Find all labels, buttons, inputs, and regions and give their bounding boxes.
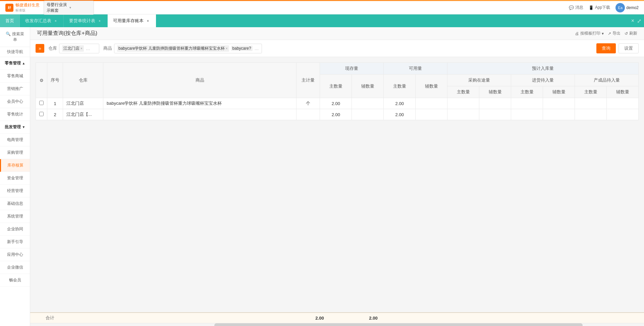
sidebar-item-wholesale-mgmt[interactable]: 批发管理 ▼ bbox=[0, 121, 30, 134]
row-purchase-in-sub bbox=[543, 109, 575, 120]
tab-receive-close[interactable]: × bbox=[53, 18, 58, 23]
row-product-main bbox=[575, 98, 607, 109]
sidebar-item-marketing[interactable]: 营销推广 bbox=[0, 83, 30, 95]
sidebar-item-system[interactable]: 系统管理 bbox=[0, 210, 30, 223]
sidebar-item-retail-mgmt[interactable]: 零售管理 ▲ bbox=[0, 57, 30, 70]
product-tag-1-remove[interactable]: × bbox=[226, 47, 228, 50]
row-product: babycare学饮杯 儿童防摔防撞吸管杯重力球吸嘴杯宝宝水杯 bbox=[103, 98, 297, 109]
sidebar-item-finance-label: 资金管理 bbox=[7, 175, 23, 181]
col-purchase-transit-sub: 辅数量 bbox=[479, 86, 511, 98]
row-checkbox[interactable] bbox=[36, 98, 47, 109]
sidebar-item-retail-stats-label: 零售统计 bbox=[7, 111, 23, 117]
tab-home[interactable]: 首页 bbox=[0, 14, 20, 27]
store-selector[interactable]: 母婴行业演示账套 ▾ bbox=[44, 1, 94, 15]
row-available-main: 2.00 bbox=[384, 109, 416, 120]
query-btn[interactable]: 查询 bbox=[596, 43, 616, 53]
quick-nav-btn[interactable]: 快捷导航 bbox=[0, 47, 30, 57]
col-product-header: 商品 bbox=[103, 63, 297, 98]
download-icon: 📱 bbox=[589, 5, 594, 10]
sidebar-item-finance[interactable]: 资金管理 bbox=[0, 172, 30, 185]
tab-receive-label: 收发存汇总表 bbox=[25, 18, 51, 24]
sidebar-item-vip-member[interactable]: 畅会员 bbox=[0, 274, 30, 287]
tab-available[interactable]: 可用量库存账本 × bbox=[108, 14, 156, 27]
app-download-btn[interactable]: 📱 App下载 bbox=[589, 5, 610, 10]
sidebar-item-operations[interactable]: 经营管理 bbox=[0, 185, 30, 197]
row-available-sub bbox=[416, 98, 447, 109]
col-available-main-header: 主数量 bbox=[384, 75, 416, 98]
sidebar-item-retail-mall[interactable]: 零售商城 bbox=[0, 70, 30, 83]
export-btn[interactable]: ↗ 导出 bbox=[608, 31, 621, 36]
table-row: 1 江北门店 babycare学饮杯 儿童防摔防撞吸管杯重力球吸嘴杯宝宝水杯 个… bbox=[36, 98, 639, 109]
scrollbar[interactable] bbox=[30, 323, 644, 326]
product-input[interactable]: babycare学饮杯 儿童防摔防撞吸管杯重力球吸嘴杯宝宝水杯 × babyca… bbox=[114, 44, 262, 53]
sidebar-item-marketing-label: 营销推广 bbox=[7, 86, 23, 92]
tab-order-stats[interactable]: 要货单统计表 × bbox=[64, 14, 108, 27]
user-profile[interactable]: Ea demo2 bbox=[615, 3, 639, 12]
logo-sub: 标准版 bbox=[15, 8, 40, 13]
row-purchase-main bbox=[447, 109, 479, 120]
table-row: 2 江北门店【... 2.00 2.00 bbox=[36, 109, 639, 120]
row-stock-main: 2.00 bbox=[320, 109, 352, 120]
sidebar-item-enterprise[interactable]: 企业协同 bbox=[0, 223, 30, 236]
sidebar-item-purchase[interactable]: 采购管理 bbox=[0, 146, 30, 159]
sidebar-item-operations-label: 经营管理 bbox=[7, 188, 23, 194]
message-btn[interactable]: 💬 消息 bbox=[569, 5, 583, 10]
product-more[interactable]: … bbox=[255, 46, 259, 51]
sidebar-item-ecommerce[interactable]: 电商管理 bbox=[0, 134, 30, 146]
tab-available-close[interactable]: × bbox=[146, 18, 150, 23]
close-all-tabs-btn[interactable]: × bbox=[631, 18, 634, 24]
col-purchase-in-header: 进货待入量 bbox=[511, 75, 575, 86]
col-purchase-in-main: 主数量 bbox=[511, 86, 543, 98]
warehouse-input[interactable]: 江北门店 × … bbox=[59, 44, 99, 53]
sidebar-item-retail-mgmt-label: 零售管理 bbox=[5, 60, 21, 66]
refresh-icon: ↺ bbox=[625, 31, 628, 36]
tab-order-stats-close[interactable]: × bbox=[97, 18, 102, 23]
nav-tabs: 首页 收发存汇总表 × 要货单统计表 × 可用量库存账本 × × ⤢ bbox=[0, 14, 644, 27]
product-tag-2: babycare? bbox=[231, 46, 253, 51]
top-bar: 好 畅捷通好生意 标准版 母婴行业演示账套 ▾ 💬 消息 📱 App下载 Ea … bbox=[0, 1, 644, 14]
sidebar-item-enterprise-wechat[interactable]: 企业微信 bbox=[0, 261, 30, 274]
print-btn[interactable]: 🖨 按模板打印 ▾ bbox=[575, 31, 604, 36]
row-num: 1 bbox=[47, 98, 63, 109]
row-checkbox[interactable] bbox=[36, 109, 47, 120]
summary-stock-main: 2.00 bbox=[306, 316, 333, 321]
sidebar-item-new-guide[interactable]: 新手引导 bbox=[0, 236, 30, 248]
col-stock-sub-header: 辅数量 bbox=[352, 75, 384, 98]
avatar: Ea bbox=[615, 3, 625, 12]
sidebar-item-members[interactable]: 会员中心 bbox=[0, 95, 30, 108]
sidebar-item-retail-stats[interactable]: 零售统计 bbox=[0, 108, 30, 121]
sidebar-search-area: 🔍 搜索菜单 bbox=[0, 27, 30, 47]
warehouse-tag-remove[interactable]: × bbox=[80, 47, 83, 50]
tab-receive[interactable]: 收发存汇总表 × bbox=[20, 14, 64, 27]
tab-available-label: 可用量库存账本 bbox=[113, 18, 144, 24]
refresh-btn[interactable]: ↺ 刷新 bbox=[625, 31, 637, 36]
sidebar-item-purchase-label: 采购管理 bbox=[7, 150, 23, 155]
warehouse-more[interactable]: … bbox=[86, 46, 90, 51]
row-available-main: 2.00 bbox=[384, 98, 416, 109]
search-menu-btn[interactable]: 🔍 搜索菜单 bbox=[3, 30, 27, 44]
restore-btn[interactable]: ⤢ bbox=[637, 18, 641, 24]
store-name: 母婴行业演示账套 bbox=[47, 2, 68, 13]
settings-btn[interactable]: 设置 bbox=[619, 43, 639, 53]
sidebar-item-app-center[interactable]: 应用中心 bbox=[0, 248, 30, 261]
col-warehouse-header: 仓库 bbox=[63, 63, 103, 98]
col-settings[interactable]: ⚙ bbox=[36, 63, 47, 98]
content-area: 可用量查询(按仓库+商品) 🖨 按模板打印 ▾ ↗ 导出 ↺ 刷新 bbox=[30, 27, 644, 326]
export-label: 导出 bbox=[612, 31, 621, 36]
sidebar-item-inventory[interactable]: 库存核算 bbox=[0, 159, 30, 172]
chevron-down-icon: ▾ bbox=[602, 31, 604, 36]
filter-actions: 查询 设置 bbox=[596, 43, 639, 53]
col-available-sub-header: 辅数量 bbox=[416, 75, 447, 98]
filter-toggle-btn[interactable]: » bbox=[36, 44, 44, 53]
col-purchase-in-sub: 辅数量 bbox=[543, 86, 575, 98]
sidebar-item-basic-info[interactable]: 基础信息 bbox=[0, 197, 30, 210]
gear-icon: ⚙ bbox=[40, 78, 44, 83]
row-warehouse: 江北门店【... bbox=[63, 109, 103, 120]
chevron-down-icon: ▾ bbox=[69, 6, 91, 9]
row-warehouse: 江北门店 bbox=[63, 98, 103, 109]
download-label: App下载 bbox=[595, 5, 610, 10]
sidebar-item-retail-mall-label: 零售商城 bbox=[7, 73, 23, 79]
col-unit-header: 主计量 bbox=[297, 63, 320, 98]
print-icon: 🖨 bbox=[575, 31, 579, 36]
row-purchase-in-sub bbox=[543, 98, 575, 109]
